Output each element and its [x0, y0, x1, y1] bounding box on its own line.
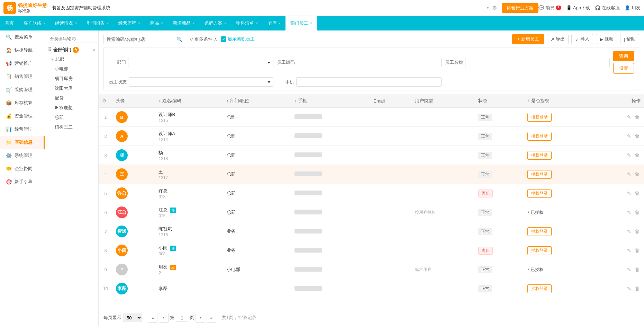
page-size-select[interactable]: 50 10 20 100 — [123, 314, 142, 322]
dept-search-input[interactable] — [48, 35, 99, 43]
online-service-btn[interactable]: 🎧 在线客服 — [595, 5, 620, 11]
last-page-btn[interactable]: » — [207, 313, 216, 323]
edit-icon[interactable]: ✎ — [627, 248, 631, 253]
sidebar-item-collab[interactable]: 🤝企业协同 — [0, 162, 45, 175]
edit-icon[interactable]: ✎ — [627, 229, 631, 234]
column-settings-icon[interactable]: ⚙ — [102, 98, 107, 104]
nav-close-icon[interactable]: × — [43, 21, 45, 25]
try-btn[interactable]: 体验行业方案 — [502, 3, 538, 13]
dept-node-沈阳大库[interactable]: 沈阳大库 — [45, 83, 98, 93]
nav-item-经营历程[interactable]: 经营历程× — [114, 16, 145, 30]
nav-close-icon[interactable]: × — [310, 21, 312, 25]
dept-node-总部[interactable]: 总部 — [45, 113, 98, 122]
search-input[interactable] — [104, 35, 173, 44]
nav-item-首页[interactable]: 首页 — [0, 16, 19, 30]
phone-input[interactable] — [296, 77, 442, 87]
nav-item-条码方案[interactable]: 条码方案× — [200, 16, 231, 30]
sidebar-item-guide[interactable]: 🎯新手引导 — [0, 175, 45, 188]
sidebar-item-search[interactable]: 🔍搜索菜单 — [0, 30, 45, 44]
sidebar-item-finance[interactable]: 💰资金管理 — [0, 109, 45, 123]
nav-close-icon[interactable]: × — [107, 21, 109, 25]
nav-close-icon[interactable]: × — [75, 21, 77, 25]
edit-icon[interactable]: ✎ — [627, 286, 631, 291]
dept-node-配货[interactable]: 配货 — [45, 93, 98, 103]
help-btn[interactable]: | 帮助 — [620, 34, 639, 44]
delete-icon[interactable]: 🗑 — [635, 229, 640, 234]
nav-close-icon[interactable]: × — [138, 21, 140, 25]
edit-icon[interactable]: ✎ — [627, 133, 631, 139]
emp-code-input[interactable] — [297, 58, 442, 67]
dept-collapse-btn[interactable]: « — [93, 47, 96, 52]
nav-item-利润报告[interactable]: 利润报告× — [82, 16, 114, 30]
edit-icon[interactable]: ✎ — [627, 114, 631, 120]
delete-icon[interactable]: 🗑 — [635, 210, 640, 215]
sidebar-item-sales[interactable]: 📋销售管理 — [0, 70, 45, 83]
auth-login-btn[interactable]: 授权登录 — [527, 151, 552, 160]
edit-icon[interactable]: ✎ — [627, 171, 631, 177]
sidebar-item-marketing[interactable]: 📢营销推广 — [0, 57, 45, 70]
search-btn[interactable]: 🔍 — [173, 35, 186, 44]
dept-select[interactable]: ▾ — [128, 58, 273, 67]
delete-icon[interactable]: 🗑 — [635, 152, 640, 158]
auth-login-btn[interactable]: 授权登录 — [527, 113, 552, 122]
sidebar-item-system[interactable]: ⚙️系统管理 — [0, 149, 45, 162]
edit-icon[interactable]: ✎ — [627, 267, 631, 272]
nav-item-物料清单[interactable]: 物料清单× — [231, 16, 263, 30]
show-resigned-toggle[interactable]: ✓ 显示离职员工 — [221, 36, 255, 42]
auth-login-btn[interactable]: 授权登录 — [527, 246, 552, 255]
nav-item-部门员工[interactable]: 部门员工× — [285, 16, 317, 30]
nav-item-仓库[interactable]: 仓库× — [263, 16, 285, 30]
nav-close-icon[interactable]: × — [256, 21, 258, 25]
auth-login-btn[interactable]: 授权登录 — [527, 132, 552, 141]
add-employee-btn[interactable]: + 新增员工 — [512, 34, 544, 44]
auth-login-btn[interactable]: 授权登录 — [527, 170, 552, 179]
messages-btn[interactable]: 💬 消息 5 — [538, 5, 561, 11]
edit-icon[interactable]: ✎ — [627, 191, 631, 196]
dept-node-小电部[interactable]: 小电部 — [45, 64, 98, 74]
nav-close-icon[interactable]: × — [192, 21, 194, 25]
system-name-arrow[interactable]: ▾ — [487, 6, 489, 10]
nav-item-客户联络[interactable]: 客户联络× — [19, 16, 50, 30]
delete-icon[interactable]: 🗑 — [635, 191, 640, 196]
nav-item-经营情况[interactable]: 经营情况× — [50, 16, 82, 30]
settings-gear-icon[interactable]: ⚙ — [492, 5, 497, 11]
query-btn[interactable]: 查询 — [613, 51, 634, 61]
more-filter-btn[interactable]: ▽ 更多条件 ∧ — [190, 36, 217, 42]
dept-node-双鹿想[interactable]: ▶双鹿想 — [45, 103, 98, 113]
import-btn[interactable]: ↙ 导入 — [571, 34, 593, 44]
sidebar-item-quick-nav[interactable]: 🏠快捷导航 — [0, 44, 45, 57]
nav-close-icon[interactable]: × — [161, 21, 163, 25]
prev-page-btn[interactable]: ‹ — [159, 313, 169, 323]
nav-item-新增商品[interactable]: 新增商品× — [168, 16, 199, 30]
first-page-btn[interactable]: « — [148, 313, 157, 323]
dept-node-总部[interactable]: ▼总部 — [45, 54, 98, 64]
nav-close-icon[interactable]: × — [279, 21, 281, 25]
page-number-input[interactable] — [176, 314, 188, 322]
sidebar-item-operations[interactable]: 📊经营管理 — [0, 123, 45, 136]
dept-edit-icon[interactable]: ✎ — [73, 47, 79, 53]
next-page-btn[interactable]: › — [196, 313, 205, 323]
delete-icon[interactable]: 🗑 — [635, 248, 640, 253]
emp-name-input[interactable] — [465, 58, 610, 67]
set-btn[interactable]: 设置 — [613, 63, 634, 74]
delete-icon[interactable]: 🗑 — [635, 267, 640, 272]
auth-login-btn[interactable]: 授权登录 — [527, 284, 552, 293]
status-select[interactable]: ▾ — [129, 77, 273, 87]
auth-login-btn[interactable]: 授权登录 — [527, 227, 552, 236]
nav-close-icon[interactable]: × — [224, 21, 226, 25]
delete-icon[interactable]: 🗑 — [635, 171, 640, 177]
user-menu[interactable]: 👤 用友 — [625, 5, 641, 11]
nav-item-商品[interactable]: 商品× — [145, 16, 168, 30]
view-btn[interactable]: ▶ 视频 — [596, 34, 617, 44]
edit-icon[interactable]: ✎ — [627, 210, 631, 215]
edit-icon[interactable]: ✎ — [627, 152, 631, 158]
dept-node-植树王二[interactable]: 植树王二 — [45, 122, 98, 132]
delete-icon[interactable]: 🗑 — [635, 133, 640, 139]
sidebar-item-basic-info[interactable]: 📁基础信息 — [0, 136, 45, 149]
delete-icon[interactable]: 🗑 — [635, 114, 640, 120]
auth-login-btn[interactable]: 授权登录 — [527, 189, 552, 198]
sidebar-item-purchase[interactable]: 🛒采购管理 — [0, 83, 45, 96]
dept-node-项目库房[interactable]: 项目库房 — [45, 74, 98, 83]
delete-icon[interactable]: 🗑 — [635, 286, 640, 291]
sidebar-item-inventory[interactable]: 📦库存核算 — [0, 96, 45, 109]
